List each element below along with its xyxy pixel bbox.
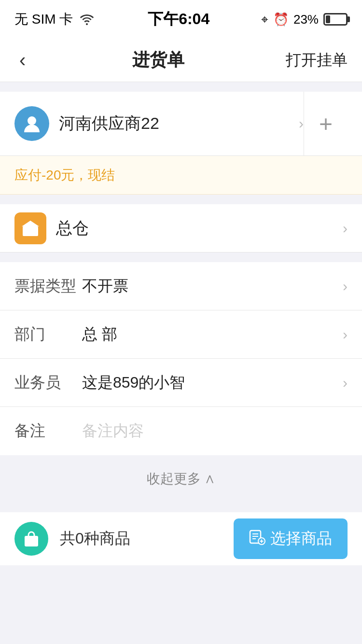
section-divider-1: [0, 82, 362, 92]
status-bar: 无 SIM 卡 下午6:04 ⌖ ⏰ 23%: [0, 0, 362, 39]
svg-rect-3: [28, 230, 33, 236]
status-left: 无 SIM 卡: [14, 10, 96, 28]
warehouse-select-button[interactable]: 总仓 ›: [0, 204, 362, 252]
battery-label: 23%: [293, 12, 319, 27]
warehouse-chevron-icon: ›: [343, 220, 348, 237]
supplier-avatar: [14, 106, 49, 141]
supplier-name: 河南供应商22: [59, 112, 294, 135]
notice-banner: 应付-20元，现结: [0, 156, 362, 195]
remark-input[interactable]: 备注内容: [82, 420, 348, 442]
section-divider-2: [0, 195, 362, 204]
remark-label: 备注: [14, 420, 82, 442]
product-section: 共0种商品 选择商品: [0, 512, 362, 565]
salesperson-chevron-icon: ›: [343, 375, 348, 391]
select-product-button[interactable]: 选择商品: [234, 518, 348, 559]
svg-marker-2: [22, 221, 39, 226]
collapse-button[interactable]: 收起更多 ∧: [0, 455, 362, 503]
status-right: ⌖ ⏰ 23%: [261, 12, 348, 27]
warehouse-icon: [21, 219, 40, 238]
svg-rect-4: [25, 536, 38, 546]
remark-row[interactable]: 备注 备注内容: [0, 407, 362, 455]
form-section: 票据类型 不开票 › 部门 总 部 › 业务员 这是859的小智 › 备注 备注…: [0, 262, 362, 455]
add-supplier-button[interactable]: +: [304, 92, 348, 155]
department-chevron-icon: ›: [343, 326, 348, 343]
warehouse-icon-bg: [14, 212, 46, 244]
department-value: 总 部: [82, 324, 338, 345]
salesperson-label: 业务员: [14, 372, 82, 393]
notice-text: 应付-20元，现结: [14, 168, 115, 182]
person-icon: [21, 113, 42, 134]
supplier-section: 河南供应商22 › +: [0, 92, 362, 156]
warehouse-name: 总仓: [56, 217, 338, 239]
shopping-bag-icon: [22, 529, 41, 548]
collapse-label: 收起更多 ∧: [147, 470, 216, 488]
salesperson-row[interactable]: 业务员 这是859的小智 ›: [0, 359, 362, 407]
battery-icon: [323, 13, 348, 26]
svg-point-0: [28, 116, 36, 125]
wifi-icon: [78, 13, 96, 26]
time-label: 下午6:04: [148, 9, 209, 30]
supplier-select-button[interactable]: 河南供应商22 ›: [14, 92, 304, 155]
product-icon-bg: [14, 522, 48, 556]
carrier-label: 无 SIM 卡: [14, 10, 73, 28]
salesperson-value: 这是859的小智: [82, 372, 338, 393]
bottom-area: [0, 565, 362, 644]
product-count-label: 共0种商品: [60, 528, 234, 549]
select-product-icon: [249, 529, 265, 549]
invoice-type-row[interactable]: 票据类型 不开票 ›: [0, 262, 362, 310]
department-label: 部门: [14, 324, 82, 345]
page-title: 进货单: [132, 48, 184, 72]
back-button[interactable]: ‹: [14, 44, 30, 76]
alarm-icon: ⏰: [273, 12, 289, 27]
select-product-label: 选择商品: [270, 528, 332, 549]
invoice-type-value: 不开票: [82, 276, 338, 297]
invoice-type-chevron-icon: ›: [343, 278, 348, 294]
chevron-right-icon: ›: [299, 115, 304, 132]
department-row[interactable]: 部门 总 部 ›: [0, 310, 362, 359]
location-icon: ⌖: [261, 12, 268, 27]
nav-bar: ‹ 进货单 打开挂单: [0, 39, 362, 82]
section-divider-3: [0, 252, 362, 262]
invoice-type-label: 票据类型: [14, 276, 82, 297]
open-pending-button[interactable]: 打开挂单: [286, 50, 348, 71]
